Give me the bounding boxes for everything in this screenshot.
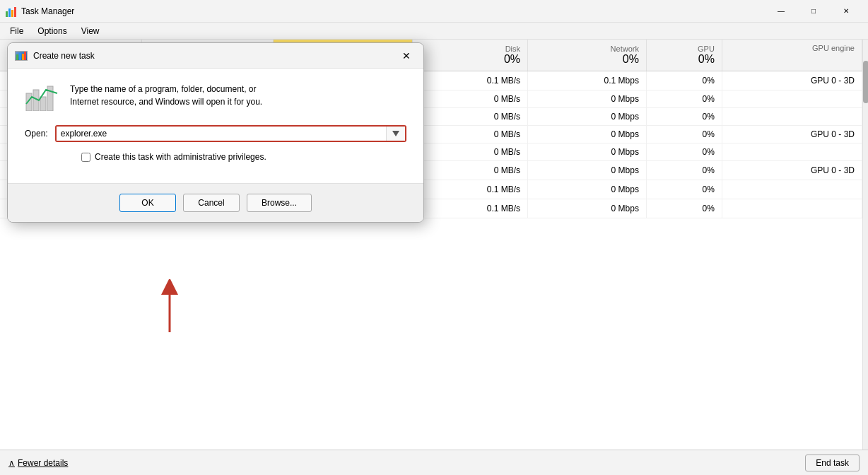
svg-marker-20	[392, 131, 399, 136]
dialog-close-button[interactable]: ✕	[397, 47, 416, 64]
dialog-title-bar: Create new task ✕	[8, 43, 423, 69]
dialog-open-label: Open:	[25, 129, 48, 139]
dialog-overlay: Create new task ✕ Type the name of a pro…	[0, 0, 868, 475]
dialog-info-icon	[25, 83, 59, 111]
svg-rect-14	[22, 54, 24, 60]
svg-rect-13	[19, 53, 21, 60]
dialog-open-row: Open:	[25, 125, 406, 142]
dialog-title-text: Create new task	[33, 51, 397, 61]
dialog-title-icon	[15, 51, 28, 61]
dialog-description: Type the name of a program, folder, docu…	[70, 83, 262, 108]
svg-rect-18	[40, 97, 46, 111]
dialog-input-container	[55, 125, 406, 142]
dialog-footer: OK Cancel Browse...	[8, 183, 423, 222]
dialog-info-row: Type the name of a program, folder, docu…	[25, 83, 406, 111]
dialog-open-input[interactable]	[57, 127, 386, 141]
dialog-cancel-button[interactable]: Cancel	[183, 194, 240, 212]
create-new-task-dialog: Create new task ✕ Type the name of a pro…	[7, 42, 424, 223]
dialog-browse-button[interactable]: Browse...	[247, 194, 312, 212]
admin-privileges-checkbox[interactable]	[81, 153, 90, 162]
arrow-indicator	[152, 279, 187, 338]
dialog-body: Type the name of a program, folder, docu…	[8, 69, 423, 183]
dialog-checkbox-row: Create this task with administrative pri…	[25, 152, 406, 162]
svg-rect-15	[24, 52, 26, 60]
svg-rect-12	[16, 54, 18, 60]
admin-privileges-label[interactable]: Create this task with administrative pri…	[95, 152, 266, 162]
dialog-dropdown-button[interactable]	[386, 127, 405, 141]
dialog-ok-button[interactable]: OK	[119, 194, 176, 212]
